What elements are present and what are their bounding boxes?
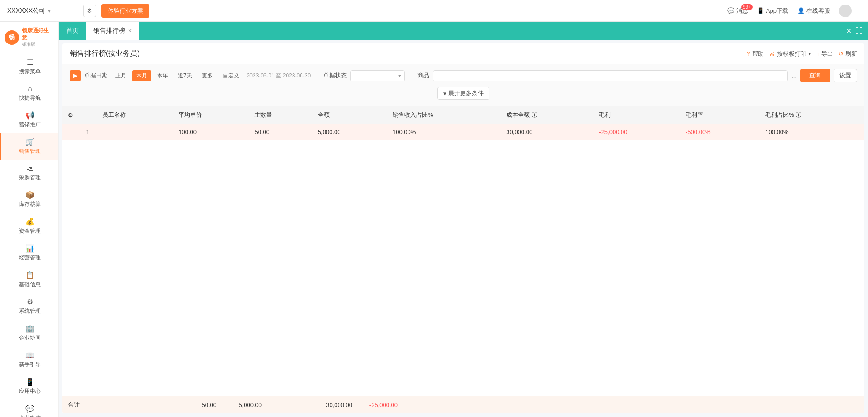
settings-icon[interactable]: ⚙ — [83, 5, 96, 17]
table-footer: 合计 50.00 5,000.00 30,000.00 -25,000.00 — [62, 396, 864, 413]
trial-button[interactable]: 体验行业方案 — [101, 4, 149, 18]
sidebar-item-system[interactable]: ⚙ 系统管理 — [0, 293, 58, 320]
sidebar-item-apps[interactable]: 📱 应用中心 — [0, 373, 58, 400]
footer-sales-pct — [267, 402, 312, 408]
sidebar-item-enterprise[interactable]: 🏢 企业协同 — [0, 320, 58, 346]
date-tab-last7[interactable]: 近7天 — [174, 70, 196, 81]
date-tab-lastmonth[interactable]: 上月 — [111, 70, 130, 81]
row-sales-pct-cell: 100.00% — [387, 124, 501, 140]
service-label: 在线客服 — [806, 7, 830, 15]
tab-sales-rank[interactable]: 销售排行榜 ✕ — [86, 22, 139, 40]
goods-filter-label: 商品 — [417, 72, 429, 80]
help-label: 帮助 — [752, 50, 764, 58]
col-rank — [79, 106, 97, 124]
export-button[interactable]: ↑ 导出 — [817, 50, 834, 58]
filter-toggle-icon: ▶ — [73, 72, 77, 79]
help-button[interactable]: ? 帮助 — [747, 50, 763, 58]
tab-maximize-icon[interactable]: ⛶ — [855, 27, 863, 35]
sidebar-item-wechat[interactable]: 💬 企业微信 — [0, 400, 58, 417]
system-icon: ⚙ — [27, 297, 33, 306]
goods-input[interactable] — [433, 70, 788, 81]
footer-gross-pct — [448, 402, 494, 408]
content-area: 首页 销售排行榜 ✕ ✕ ⛶ 销售排行榜(按业务员) ? 帮助 — [59, 22, 868, 417]
filter-toggle-button[interactable]: ▶ — [70, 70, 81, 81]
sidebar-item-sales[interactable]: 🛒 销售管理 — [0, 133, 58, 160]
expand-label: 展开更多条件 — [448, 89, 484, 97]
inventory-icon: 📦 — [25, 191, 34, 199]
expand-filter-button[interactable]: ▾ 展开更多条件 — [437, 87, 489, 100]
app-label: App下载 — [766, 7, 788, 15]
finance-icon: 💰 — [25, 217, 34, 226]
sidebar-label-enterprise: 企业协同 — [19, 334, 41, 342]
row-gross-cell: -25,000.00 — [594, 124, 680, 140]
guide-icon: 📖 — [25, 351, 34, 359]
more-filter-btn[interactable]: ... — [791, 72, 796, 79]
date-tab-more[interactable]: 更多 — [198, 70, 217, 81]
row-name-cell — [97, 124, 173, 140]
date-tab-thisyear[interactable]: 本年 — [153, 70, 172, 81]
row-settings-cell[interactable] — [62, 124, 79, 140]
sidebar-item-guide[interactable]: 📖 新手引导 — [0, 346, 58, 373]
sidebar-label-guide: 新手引导 — [19, 361, 41, 369]
logo-icon: 畅 — [5, 30, 19, 45]
print-label: 按模板打印 — [777, 50, 806, 58]
data-table: ⚙ 员工名称 平均单价 主数量 全额 销售收入占比% 成本全额 ⓘ 毛利 毛利率… — [62, 106, 864, 140]
message-item[interactable]: 💬 消息 99+ — [727, 7, 748, 15]
enterprise-icon: 🏢 — [25, 324, 34, 333]
tab-window-close-icon[interactable]: ✕ — [846, 27, 852, 35]
page-content: 销售排行榜(按业务员) ? 帮助 🖨 按模板打印 ▾ ↑ 导出 — [62, 43, 864, 413]
sidebar-label-apps: 应用中心 — [19, 388, 41, 395]
sidebar-item-finance[interactable]: 💰 资金管理 — [0, 213, 58, 240]
apps-icon: 📱 — [25, 378, 34, 386]
footer-main-qty: 50.00 — [177, 402, 222, 408]
message-badge: 99+ — [741, 4, 753, 10]
tab-close-icon[interactable]: ✕ — [128, 28, 132, 34]
query-button[interactable]: 查询 — [800, 69, 830, 82]
status-select[interactable] — [350, 70, 405, 81]
tab-home[interactable]: 首页 — [59, 22, 86, 40]
online-service-item[interactable]: 👤 在线客服 — [797, 7, 830, 15]
refresh-label: 刷新 — [845, 50, 857, 58]
sidebar-item-operations[interactable]: 📊 经营管理 — [0, 240, 58, 266]
row-gross-pct-cell: 100.00% — [760, 124, 864, 140]
print-chevron-icon: ▾ — [808, 50, 811, 57]
row-cost-cell: 30,000.00 — [501, 124, 594, 140]
company-name: XXXXXX公司 — [7, 7, 45, 15]
footer-values: 50.00 5,000.00 30,000.00 -25,000.00 — [131, 402, 859, 408]
sidebar-logo: 畅 畅康通好生意 标准版 — [0, 22, 58, 53]
sidebar-label-finance: 资金管理 — [19, 227, 41, 235]
search-menu-icon: ☰ — [27, 58, 33, 67]
wechat-icon: 💬 — [25, 404, 34, 413]
print-icon: 🖨 — [769, 50, 775, 57]
sidebar-item-inventory[interactable]: 📦 库存核算 — [0, 186, 58, 213]
print-button[interactable]: 🖨 按模板打印 ▾ — [769, 50, 811, 58]
sidebar-item-base[interactable]: 📋 基础信息 — [0, 266, 58, 293]
col-settings[interactable]: ⚙ — [62, 106, 79, 124]
col-gross: 毛利 — [594, 106, 680, 124]
sidebar-item-shortcut[interactable]: ⌂ 快捷导航 — [0, 80, 58, 106]
footer-gross-rate — [403, 402, 448, 408]
chevron-down-icon: ▾ — [48, 8, 51, 14]
expand-chevron-icon: ▾ — [443, 90, 446, 97]
sidebar: 畅 畅康通好生意 标准版 ☰ 搜索菜单 ⌂ 快捷导航 📢 营销推广 🛒 销售管理… — [0, 22, 59, 417]
marketing-icon: 📢 — [25, 111, 34, 120]
table-row: 1 100.00 50.00 5,000.00 100.00% 30,000.0… — [62, 124, 864, 140]
sales-icon: 🛒 — [25, 138, 34, 146]
date-tab-custom[interactable]: 自定义 — [219, 70, 243, 81]
sidebar-label-system: 系统管理 — [19, 307, 41, 315]
date-tab-thismonth[interactable]: 本月 — [132, 70, 151, 81]
sidebar-label-shortcut: 快捷导航 — [19, 94, 41, 102]
sidebar-item-marketing[interactable]: 📢 营销推广 — [0, 106, 58, 133]
company-selector[interactable]: XXXXXX公司 ▾ — [7, 7, 80, 15]
settings-button[interactable]: 设置 — [834, 69, 857, 82]
avatar[interactable] — [839, 5, 852, 17]
page-header: 销售排行榜(按业务员) ? 帮助 🖨 按模板打印 ▾ ↑ 导出 — [62, 43, 864, 64]
row-amount-cell: 5,000.00 — [312, 124, 387, 140]
sidebar-label-search: 搜索菜单 — [19, 68, 41, 76]
app-download-item[interactable]: 📱 App下载 — [757, 7, 788, 15]
refresh-button[interactable]: ↺ 刷新 — [839, 50, 857, 58]
row-main-qty-cell: 50.00 — [249, 124, 312, 140]
sidebar-item-purchase[interactable]: 🛍 采购管理 — [0, 160, 58, 186]
sidebar-item-search[interactable]: ☰ 搜索菜单 — [0, 53, 58, 80]
export-icon: ↑ — [817, 50, 820, 57]
